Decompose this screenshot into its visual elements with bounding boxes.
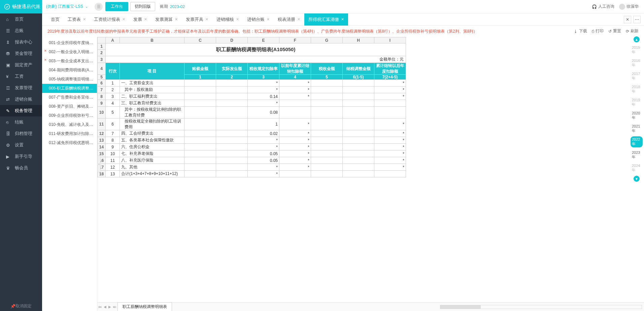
tab-6[interactable]: 进销稽核✕	[212, 13, 243, 14]
switch-old-button[interactable]: 切到旧版	[130, 2, 155, 11]
consult-link[interactable]: 🎧 人工咨询	[592, 4, 614, 9]
period-label: 账期	[160, 4, 168, 9]
tab-3[interactable]: 发票✕	[129, 13, 151, 14]
app-header: 畅捷通易代账 (勿删) 江西服宝-LSS ⌄ ☰ 工作台 切到旧版 账期 202…	[0, 0, 644, 13]
tab-0[interactable]: 首页	[47, 13, 64, 14]
headset-icon: 🎧	[592, 4, 597, 9]
period-display[interactable]: 账期 2023-02	[160, 4, 185, 9]
tab-9[interactable]: 所得税汇算清缴✕	[304, 13, 348, 14]
svg-point-0	[5, 4, 10, 9]
tab-5[interactable]: 发票开具✕	[182, 13, 212, 14]
tab-1[interactable]: 工资表✕	[64, 13, 90, 14]
brand-logo: 畅捷通易代账	[0, 0, 42, 13]
workbench-button[interactable]: 工作台	[105, 2, 128, 11]
logo-icon	[4, 4, 10, 10]
tab-4[interactable]: 发票测算✕	[151, 13, 182, 14]
user-name: 徐渥华	[626, 4, 639, 9]
avatar-icon	[619, 4, 625, 10]
chevron-down-icon: ⌄	[85, 5, 88, 8]
log-icon-button[interactable]: ☰	[95, 3, 103, 11]
org-name: (勿删) 江西服宝-LSS	[46, 4, 83, 9]
org-selector[interactable]: (勿删) 江西服宝-LSS ⌄	[42, 4, 92, 9]
period-value: 2023-02	[170, 4, 185, 9]
tab-2[interactable]: 工资统计报表✕	[90, 13, 129, 14]
tab-7[interactable]: 进销台账✕	[243, 13, 274, 14]
user-menu[interactable]: 徐渥华	[619, 4, 639, 10]
tab-8[interactable]: 税表清册✕	[274, 13, 304, 14]
brand-text: 畅捷通易代账	[12, 4, 40, 10]
